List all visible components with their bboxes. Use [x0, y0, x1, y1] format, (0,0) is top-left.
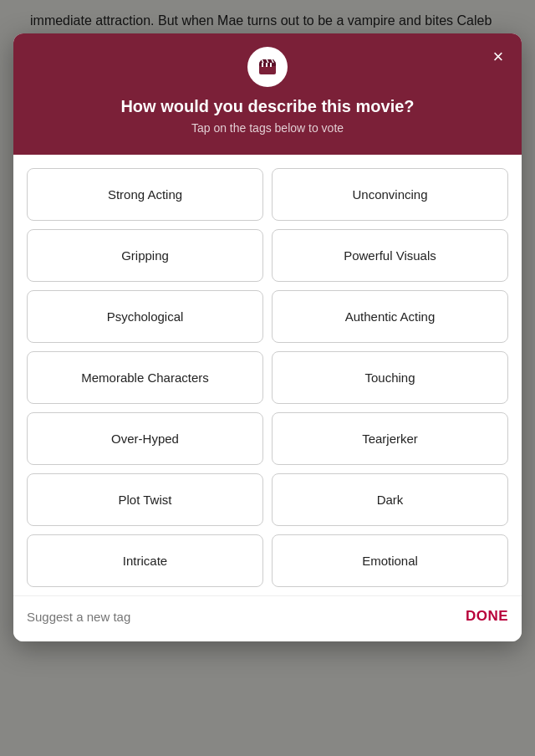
- modal-footer: DONE: [13, 595, 522, 641]
- tag-touching[interactable]: Touching: [272, 351, 508, 404]
- tag-unconvincing[interactable]: Unconvincing: [272, 168, 508, 221]
- tag-tearjerker[interactable]: Tearjerker: [272, 412, 508, 465]
- tag-plot-twist[interactable]: Plot Twist: [27, 473, 263, 526]
- tag-strong-acting[interactable]: Strong Acting: [27, 168, 263, 221]
- tag-dark[interactable]: Dark: [272, 473, 508, 526]
- done-button[interactable]: DONE: [466, 608, 508, 625]
- tags-grid: Strong ActingUnconvincingGrippingPowerfu…: [27, 168, 508, 587]
- clapperboard-icon: [257, 56, 278, 78]
- tag-memorable-characters[interactable]: Memorable Characters: [27, 351, 263, 404]
- tag-psychological[interactable]: Psychological: [27, 290, 263, 343]
- svg-rect-4: [270, 63, 272, 67]
- modal-title: How would you describe this movie?: [30, 97, 505, 116]
- suggest-tag-input[interactable]: [27, 610, 456, 624]
- movie-tags-modal: × How would you describe this movie? Tap…: [13, 33, 522, 641]
- modal-body: Strong ActingUnconvincingGrippingPowerfu…: [13, 155, 522, 595]
- tag-authentic-acting[interactable]: Authentic Acting: [272, 290, 508, 343]
- tag-powerful-visuals[interactable]: Powerful Visuals: [272, 229, 508, 282]
- svg-rect-2: [262, 63, 263, 67]
- modal-header: × How would you describe this movie? Tap…: [13, 33, 522, 155]
- movie-icon: [247, 47, 288, 87]
- modal-subtitle: Tap on the tags below to vote: [30, 121, 505, 135]
- tag-gripping[interactable]: Gripping: [27, 229, 263, 282]
- tag-intricate[interactable]: Intricate: [27, 534, 263, 587]
- close-button[interactable]: ×: [485, 43, 512, 70]
- tag-over-hyped[interactable]: Over-Hyped: [27, 412, 263, 465]
- svg-rect-3: [266, 63, 268, 67]
- tag-emotional[interactable]: Emotional: [272, 534, 508, 587]
